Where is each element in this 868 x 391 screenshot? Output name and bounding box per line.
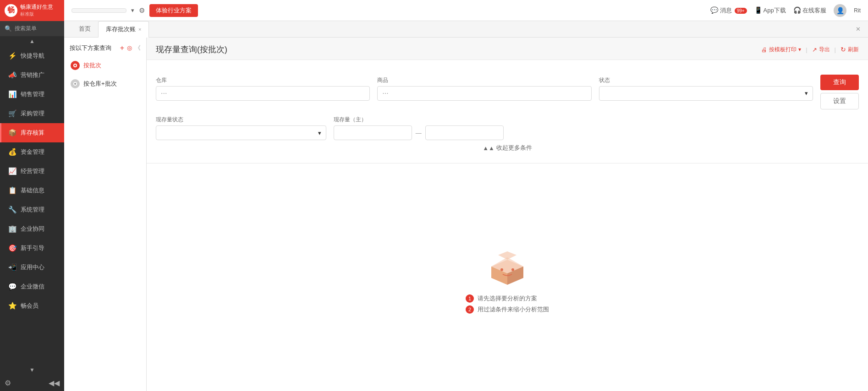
collapse-panel-icon[interactable]: 《 (135, 44, 141, 52)
collapse-icon: ▲▲ (483, 145, 494, 152)
sidebar-item-sales[interactable]: 📊 销售管理 (0, 85, 64, 104)
left-panel-title: 按以下方案查询 (70, 44, 111, 52)
inventory-main-to[interactable] (425, 125, 504, 140)
sidebar-item-newbie[interactable]: 🎯 新手引导 (0, 239, 64, 258)
empty-step-1: 1 请先选择要分析的方案 (466, 294, 549, 303)
sidebar-item-operations[interactable]: 📈 经营管理 (0, 162, 64, 181)
sidebar-footer: ⚙ ◀◀ (0, 375, 64, 391)
sidebar-item-label: 采购管理 (21, 109, 44, 118)
export-button[interactable]: 导出 (812, 46, 830, 54)
inventory-main-from[interactable] (334, 125, 412, 140)
product-filter: 商品 ··· (377, 76, 591, 101)
sidebar-header: 畅 畅康通好生意 标准版 (0, 0, 64, 21)
sidebar-item-member[interactable]: ⭐ 畅会员 (0, 296, 64, 315)
message-button[interactable]: 消息 99+ (710, 6, 747, 15)
sidebar-item-apps[interactable]: 📲 应用中心 (0, 258, 64, 277)
step-2-label: 用过滤条件来缩小分析范围 (478, 305, 549, 314)
user-avatar[interactable] (834, 4, 846, 17)
scroll-down-button[interactable]: ▼ (0, 365, 64, 375)
sidebar-version: 标准版 (20, 11, 53, 17)
topbar-right: 消息 99+ App下载 在线客服 Rit (710, 4, 861, 17)
svg-point-1 (74, 65, 76, 66)
collapse-sidebar-icon[interactable]: ◀◀ (49, 379, 60, 387)
step-1-label: 请先选择要分析的方案 (478, 294, 537, 303)
warehouse-filter: 仓库 ··· (156, 76, 370, 101)
scheme-by-batch[interactable]: 按批次 (64, 56, 146, 75)
sidebar-item-finance[interactable]: 💰 资金管理 (0, 142, 64, 162)
product-input[interactable]: ··· (377, 86, 591, 101)
filter-row-2: 现存量状态 现存量（主） — (156, 116, 859, 140)
inventory-icon: 📦 (8, 129, 17, 137)
settings-button[interactable]: 设置 (820, 93, 859, 109)
inventory-main-filter: 现存量（主） — (334, 116, 504, 140)
topbar-gear-icon[interactable] (139, 6, 145, 15)
tabbar-close-all[interactable]: ✕ (856, 26, 861, 33)
marketing-icon: 📣 (8, 71, 17, 79)
sidebar-search[interactable]: 搜索菜单 (0, 21, 64, 36)
print-label: 按模板打印 (769, 46, 797, 54)
refresh-button[interactable]: 刷新 (841, 46, 859, 54)
content-area: 按以下方案查询 《 按批次 按仓库+批次 (64, 38, 868, 391)
tab-close-button[interactable]: × (138, 27, 141, 32)
user-name: Rit (854, 7, 861, 14)
topbar-dropdown-icon[interactable] (131, 7, 134, 14)
tab-home[interactable]: 首页 (71, 21, 98, 38)
product-dots: ··· (382, 89, 388, 98)
basic-icon: 📋 (8, 186, 17, 195)
settings-icon[interactable]: ⚙ (5, 379, 11, 387)
print-dropdown-icon[interactable] (798, 46, 801, 53)
svg-marker-8 (498, 251, 516, 260)
print-icon (761, 46, 767, 53)
sidebar-item-label: 企业协同 (21, 225, 44, 233)
sidebar-item-basic[interactable]: 📋 基础信息 (0, 181, 64, 200)
scheme-by-warehouse-batch[interactable]: 按仓库+批次 (64, 75, 146, 93)
status-chevron (805, 90, 808, 97)
page-header: 现存量查询(按批次) 按模板打印 | 导出 | 刷新 (147, 38, 868, 60)
export-icon (812, 46, 817, 53)
tab-inventory-batch[interactable]: 库存批次账 × (98, 21, 149, 38)
filter-area: 仓库 ··· 商品 ··· 状态 (147, 60, 868, 163)
enterprise-icon: 🏢 (8, 225, 17, 233)
query-button[interactable]: 查询 (820, 75, 859, 90)
sidebar-item-label: 系统管理 (21, 206, 44, 214)
scroll-up-button[interactable]: ▲ (0, 36, 64, 46)
search-icon (5, 25, 12, 32)
add-scheme-icon[interactable] (120, 43, 124, 53)
sidebar-item-inventory[interactable]: 📦 库存核算 (0, 123, 64, 142)
message-badge: 99+ (735, 8, 747, 14)
empty-step-2: 2 用过滤条件来缩小分析范围 (466, 305, 549, 314)
app-download-button[interactable]: App下载 (754, 6, 786, 15)
refresh-icon (841, 46, 846, 53)
trial-button[interactable]: 体验行业方案 (149, 4, 198, 17)
scheme-label-by-warehouse-batch: 按仓库+批次 (83, 80, 117, 88)
sidebar-item-label: 快捷导航 (21, 52, 44, 60)
scheme-dot-active (71, 61, 80, 70)
main-area: 体验行业方案 消息 99+ App下载 在线客服 Rit 首页 (64, 0, 868, 391)
status-select[interactable] (599, 86, 813, 101)
operations-icon: 📈 (8, 167, 17, 175)
sidebar-item-label: 畅会员 (21, 302, 38, 310)
inventory-main-dash: — (416, 130, 422, 136)
print-button[interactable]: 按模板打印 (761, 46, 801, 54)
topbar-search-input[interactable] (71, 8, 126, 13)
sidebar-item-system[interactable]: 🔧 系统管理 (0, 200, 64, 219)
sidebar-item-marketing[interactable]: 📣 营销推广 (0, 65, 64, 85)
inventory-status-label: 现存量状态 (156, 116, 326, 124)
warehouse-input[interactable]: ··· (156, 86, 370, 101)
step-number-1: 1 (466, 294, 474, 303)
target-scheme-icon[interactable] (127, 44, 132, 51)
sidebar-item-wechat[interactable]: 💬 企业微信 (0, 277, 64, 296)
step-number-2: 2 (466, 305, 474, 314)
status-label: 状态 (599, 76, 813, 84)
tab-active-label: 库存批次账 (106, 25, 136, 33)
inventory-status-select[interactable] (156, 125, 326, 140)
svg-point-10 (511, 268, 514, 271)
sidebar-item-purchase[interactable]: 🛒 采购管理 (0, 104, 64, 123)
tabbar: 首页 库存批次账 × ✕ (64, 21, 868, 38)
sidebar-nav: ⚡ 快捷导航 📣 营销推广 📊 销售管理 🛒 采购管理 📦 库存核算 💰 资金管… (0, 46, 64, 365)
collapse-more-button[interactable]: ▲▲ 收起更多条件 (156, 140, 859, 156)
refresh-label: 刷新 (848, 46, 859, 54)
service-button[interactable]: 在线客服 (793, 6, 827, 15)
sidebar-item-quick-nav[interactable]: ⚡ 快捷导航 (0, 46, 64, 65)
sidebar-item-enterprise[interactable]: 🏢 企业协同 (0, 219, 64, 239)
